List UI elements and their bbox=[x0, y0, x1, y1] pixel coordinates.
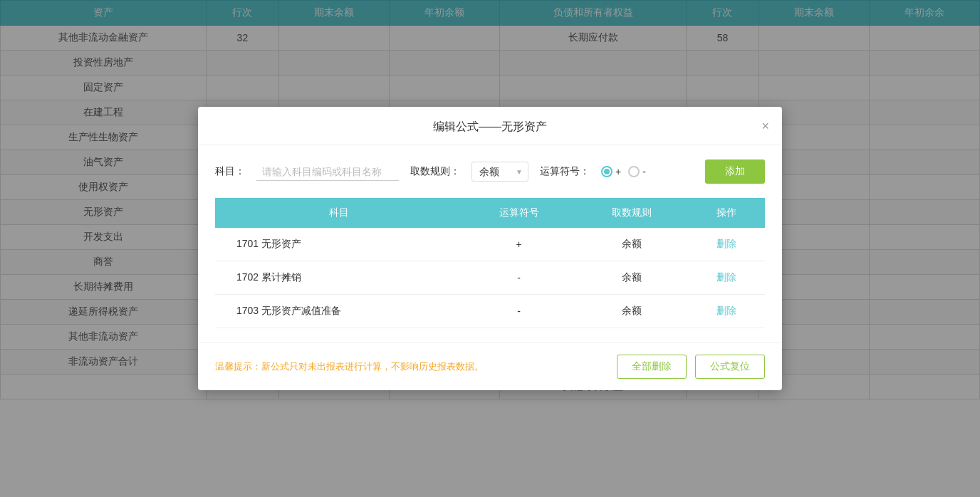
delete-link[interactable]: 删除 bbox=[716, 305, 736, 316]
modal-close-button[interactable]: × bbox=[761, 120, 769, 132]
reset-formula-button[interactable]: 公式复位 bbox=[695, 355, 765, 379]
modal-footer: 温馨提示：新公式只对未出报表进行计算，不影响历史报表数据。 全部删除 公式复位 bbox=[198, 342, 782, 390]
add-button[interactable]: 添加 bbox=[705, 159, 765, 184]
operator-plus-radio[interactable]: + bbox=[601, 166, 621, 177]
cell-operator: - bbox=[462, 295, 575, 328]
footer-tip: 温馨提示：新公式只对未出报表进行计算，不影响历史报表数据。 bbox=[215, 360, 484, 373]
col-subject: 科目 bbox=[215, 198, 462, 228]
cell-action: 删除 bbox=[688, 295, 765, 328]
cell-operator: - bbox=[462, 261, 575, 295]
cell-subject: 1703 无形资产减值准备 bbox=[215, 295, 462, 328]
cell-rule: 余额 bbox=[575, 261, 688, 295]
radio-plus-indicator bbox=[601, 166, 612, 177]
operator-minus-label: - bbox=[642, 166, 646, 177]
modal-header: 编辑公式——无形资产 × bbox=[198, 107, 782, 145]
cell-rule: 余额 bbox=[575, 228, 688, 261]
table-row: 1701 无形资产+余额删除 bbox=[215, 228, 765, 261]
table-header-row: 科目 运算符号 取数规则 操作 bbox=[215, 198, 765, 228]
table-row: 1702 累计摊销-余额删除 bbox=[215, 261, 765, 295]
rule-select-wrap: 余额 借方 贷方 ▼ bbox=[471, 162, 528, 182]
subject-input[interactable] bbox=[256, 163, 399, 181]
formula-table: 科目 运算符号 取数规则 操作 1701 无形资产+余额删除1702 累计摊销-… bbox=[215, 198, 765, 328]
modal-title: 编辑公式——无形资产 bbox=[433, 120, 547, 132]
col-action: 操作 bbox=[688, 198, 765, 228]
form-row: 科目： 取数规则： 余额 借方 贷方 ▼ 运算符号： + bbox=[215, 159, 765, 184]
footer-buttons: 全部删除 公式复位 bbox=[617, 355, 765, 379]
operator-group: + - bbox=[601, 166, 646, 177]
delete-link[interactable]: 删除 bbox=[716, 271, 736, 283]
modal-body: 科目： 取数规则： 余额 借方 贷方 ▼ 运算符号： + bbox=[198, 145, 782, 342]
operator-label: 运算符号： bbox=[540, 165, 590, 178]
radio-minus-indicator bbox=[628, 166, 640, 177]
cell-operator: + bbox=[462, 228, 575, 261]
delete-link[interactable]: 删除 bbox=[716, 238, 736, 249]
col-rule: 取数规则 bbox=[575, 198, 688, 228]
cell-action: 删除 bbox=[688, 261, 765, 295]
cell-action: 删除 bbox=[688, 228, 765, 261]
delete-all-button[interactable]: 全部删除 bbox=[617, 355, 687, 379]
operator-plus-label: + bbox=[615, 166, 621, 177]
modal-overlay: 编辑公式——无形资产 × 科目： 取数规则： 余额 借方 贷方 ▼ 运算符号： bbox=[0, 0, 980, 497]
col-operator: 运算符号 bbox=[462, 198, 575, 228]
modal-dialog: 编辑公式——无形资产 × 科目： 取数规则： 余额 借方 贷方 ▼ 运算符号： bbox=[198, 107, 782, 390]
operator-minus-radio[interactable]: - bbox=[628, 166, 646, 177]
cell-subject: 1701 无形资产 bbox=[215, 228, 462, 261]
cell-rule: 余额 bbox=[575, 295, 688, 328]
cell-subject: 1702 累计摊销 bbox=[215, 261, 462, 295]
rule-label: 取数规则： bbox=[410, 165, 460, 178]
table-row: 1703 无形资产减值准备-余额删除 bbox=[215, 295, 765, 328]
subject-label: 科目： bbox=[215, 165, 245, 178]
rule-select[interactable]: 余额 借方 贷方 bbox=[471, 162, 528, 182]
